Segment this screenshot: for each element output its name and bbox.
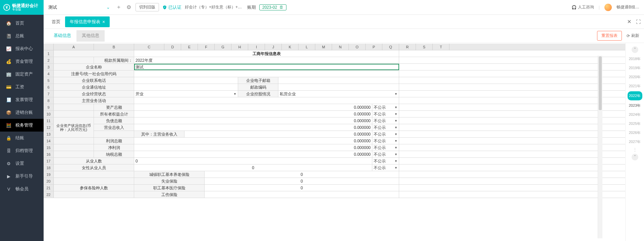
vertical-scrollbar[interactable] bbox=[598, 56, 602, 238]
female-value[interactable]: 0 bbox=[134, 164, 372, 171]
col-header-A[interactable]: A bbox=[54, 44, 94, 50]
col-header-H[interactable]: H bbox=[231, 44, 248, 50]
row-number[interactable]: 15 bbox=[44, 144, 54, 151]
tab-1[interactable]: 年报信息申报表× bbox=[65, 16, 110, 27]
sidebar-item-guide[interactable]: ▶新手引导 bbox=[0, 170, 44, 183]
period-value[interactable]: 2023-02 🗓 bbox=[259, 4, 286, 10]
tab-0[interactable]: 首页 bbox=[47, 16, 65, 27]
reg-code-input[interactable] bbox=[134, 70, 399, 77]
inner-tab-1[interactable]: 其他信息 bbox=[76, 30, 105, 42]
col-header-Q[interactable]: Q bbox=[382, 44, 399, 50]
close-all-icon[interactable]: × bbox=[627, 18, 631, 26]
row-number[interactable]: 20 bbox=[44, 178, 54, 184]
row-number[interactable]: 9 bbox=[44, 104, 54, 110]
col-header-T[interactable]: T bbox=[433, 44, 449, 50]
year-item[interactable]: 2027年 bbox=[628, 137, 642, 146]
sidebar-item-invoice[interactable]: 🧾发票管理 bbox=[0, 93, 44, 106]
asset-value[interactable]: 0.000000 bbox=[134, 151, 372, 157]
sidebar-item-asset[interactable]: 🏢固定资产 bbox=[0, 68, 44, 81]
row-number[interactable]: 12 bbox=[44, 124, 54, 131]
company-select[interactable]: 测试 ⌄ bbox=[48, 4, 112, 10]
col-header-P[interactable]: P bbox=[366, 44, 382, 50]
holding-select[interactable]: 私营企业▼ bbox=[278, 91, 399, 97]
row-number[interactable]: 11 bbox=[44, 117, 54, 124]
sidebar-item-vip[interactable]: V畅会员 bbox=[0, 183, 44, 195]
col-header-B[interactable]: B bbox=[94, 44, 134, 50]
biz-status-select[interactable]: 开业▼ bbox=[134, 91, 238, 97]
publish-select[interactable]: 不公示▼ bbox=[372, 104, 399, 110]
year-item[interactable]: 2020年 bbox=[628, 73, 642, 82]
col-header-O[interactable]: O bbox=[349, 44, 366, 50]
publish-select[interactable]: 不公示▼ bbox=[372, 111, 399, 117]
insurance-value[interactable]: 0 bbox=[205, 178, 399, 184]
user-name[interactable]: 畅捷通B组… bbox=[616, 4, 639, 10]
reset-button[interactable]: 重置报表 bbox=[597, 31, 622, 41]
sidebar-item-fund[interactable]: 💰资金管理 bbox=[0, 55, 44, 68]
avatar[interactable] bbox=[604, 4, 612, 11]
row-number[interactable]: 16 bbox=[44, 151, 54, 157]
col-header-K[interactable]: K bbox=[282, 44, 299, 50]
asset-value[interactable]: 0.000000 bbox=[134, 124, 372, 131]
asset-value[interactable]: 0.000000 bbox=[134, 104, 372, 110]
row-number[interactable]: 18 bbox=[44, 164, 54, 171]
col-header-D[interactable]: D bbox=[164, 44, 181, 50]
sidebar-item-tax[interactable]: 🧮税务管理 bbox=[0, 119, 44, 132]
row-number[interactable]: 19 bbox=[44, 171, 54, 178]
row-number[interactable]: 10 bbox=[44, 111, 54, 117]
year-up-icon[interactable]: ˄ bbox=[632, 46, 638, 53]
row-number[interactable]: 2 bbox=[44, 57, 54, 63]
asset-value[interactable]: 0.000000 bbox=[184, 131, 372, 137]
publish-select[interactable]: 不公示▼ bbox=[372, 144, 399, 151]
col-header-C[interactable]: C bbox=[134, 44, 164, 50]
row-number[interactable]: 22 bbox=[44, 191, 54, 198]
select-all-corner[interactable] bbox=[44, 44, 54, 50]
row-number[interactable]: 5 bbox=[44, 77, 54, 84]
publish-select[interactable]: 不公示▼ bbox=[372, 124, 399, 131]
col-header-E[interactable]: E bbox=[181, 44, 198, 50]
col-header-R[interactable]: R bbox=[399, 44, 416, 50]
refresh-button[interactable]: ⟳ 刷新 bbox=[627, 33, 639, 39]
row-number[interactable]: 1 bbox=[44, 50, 54, 57]
publish-select[interactable]: 不公示▼ bbox=[372, 158, 399, 164]
sidebar-item-chart[interactable]: 📈报表中心 bbox=[0, 42, 44, 55]
company-name-input[interactable]: 测试 bbox=[134, 64, 399, 70]
insurance-value[interactable] bbox=[205, 191, 399, 198]
col-header-N[interactable]: N bbox=[332, 44, 349, 50]
year-item[interactable]: 2025年 bbox=[628, 119, 642, 128]
publish-select[interactable]: 不公示▼ bbox=[372, 138, 399, 144]
phone-input[interactable] bbox=[134, 77, 238, 84]
col-header-G[interactable]: G bbox=[215, 44, 231, 50]
publish-select[interactable]: 不公示▼ bbox=[372, 164, 399, 171]
year-item[interactable]: 2021年 bbox=[628, 82, 642, 91]
sidebar-item-close[interactable]: 🔒结账 bbox=[0, 132, 44, 144]
year-item[interactable]: 2024年 bbox=[628, 110, 642, 119]
add-icon[interactable]: ＋ bbox=[115, 4, 122, 11]
asset-value[interactable]: 0.000000 bbox=[134, 144, 372, 151]
email-input[interactable] bbox=[278, 77, 399, 84]
inner-tab-0[interactable]: 基础信息 bbox=[48, 30, 76, 42]
col-header-J[interactable]: J bbox=[265, 44, 282, 50]
insurance-value[interactable]: 0 bbox=[205, 185, 399, 191]
asset-value[interactable]: 0.000000 bbox=[134, 111, 372, 117]
close-icon[interactable]: × bbox=[102, 19, 105, 25]
sidebar-item-gear[interactable]: ⚙设置 bbox=[0, 157, 44, 170]
fullscreen-icon[interactable]: ⛶ bbox=[636, 19, 641, 25]
main-biz-input[interactable] bbox=[134, 97, 399, 104]
year-item[interactable]: 2019年 bbox=[628, 63, 642, 73]
spreadsheet[interactable]: ABCDEFGHIJKLMNOPQRST 1工商年报信息表2税款所属期间：202… bbox=[44, 43, 625, 241]
row-number[interactable]: 17 bbox=[44, 158, 54, 164]
sidebar-item-archive[interactable]: 🗄归档管理 bbox=[0, 144, 44, 157]
row-number[interactable]: 8 bbox=[44, 97, 54, 104]
publish-select[interactable]: 不公示▼ bbox=[372, 131, 399, 137]
row-number[interactable]: 13 bbox=[44, 131, 54, 137]
addr-input[interactable] bbox=[134, 84, 238, 90]
year-down-icon[interactable]: ˅ bbox=[632, 154, 638, 160]
sidebar-item-ledger[interactable]: 📓总账 bbox=[0, 30, 44, 42]
insurance-value[interactable]: 0 bbox=[205, 171, 399, 178]
sidebar-item-salary[interactable]: 💳工资 bbox=[0, 81, 44, 93]
asset-value[interactable]: 0.000000 bbox=[134, 138, 372, 144]
col-header-L[interactable]: L bbox=[299, 44, 315, 50]
scrollbar-thumb[interactable] bbox=[599, 56, 602, 110]
asset-value[interactable]: 0.000000 bbox=[134, 117, 372, 124]
row-number[interactable]: 21 bbox=[44, 185, 54, 191]
